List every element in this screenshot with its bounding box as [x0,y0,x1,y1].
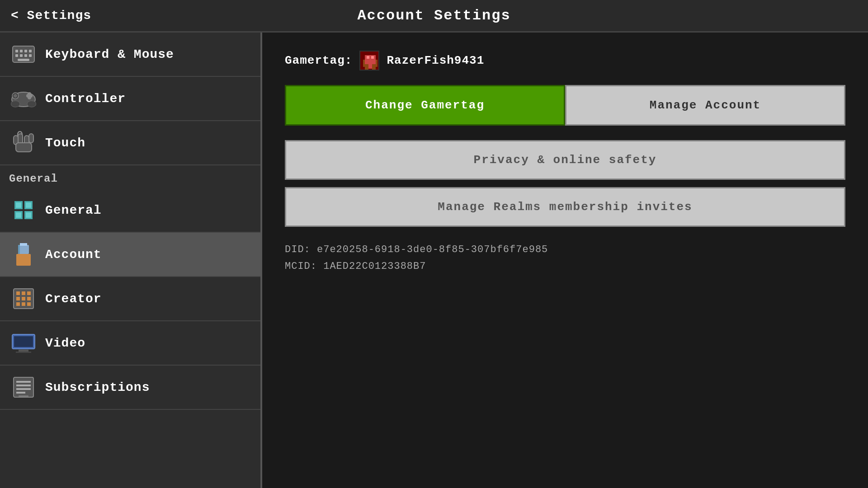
svg-rect-68 [368,64,372,69]
svg-rect-64 [367,56,369,59]
realms-membership-button[interactable]: Manage Realms membership invites [285,187,845,227]
video-label: Video [45,336,85,350]
svg-rect-5 [15,54,18,57]
svg-rect-34 [26,212,31,218]
svg-rect-65 [371,56,374,59]
general-section-label: General [0,165,260,188]
touch-label: Touch [45,136,85,150]
svg-rect-49 [27,302,31,306]
svg-rect-2 [20,50,23,52]
svg-rect-9 [18,59,29,61]
svg-rect-48 [22,302,25,306]
sidebar-item-controller[interactable]: Controller [0,77,260,121]
manage-account-button[interactable]: Manage Account [565,85,845,126]
general-label: General [45,203,102,217]
sidebar-item-general[interactable]: General [0,188,260,233]
svg-rect-43 [27,291,31,295]
svg-rect-63 [365,55,376,64]
svg-rect-32 [26,202,31,208]
svg-rect-44 [16,297,20,300]
video-icon [11,330,36,356]
svg-rect-14 [14,94,16,98]
svg-rect-61 [19,395,28,397]
svg-rect-55 [16,381,31,383]
svg-point-18 [28,96,31,99]
svg-rect-42 [22,291,25,295]
svg-rect-39 [20,243,27,246]
gamertag-label: Gamertag: [285,54,352,67]
svg-rect-52 [19,350,28,352]
sidebar-item-account[interactable]: Account [0,233,260,277]
creator-label: Creator [45,292,102,306]
keyboard-mouse-icon [11,42,36,67]
svg-rect-70 [376,60,377,67]
svg-rect-1 [15,50,18,52]
header: < Settings Account Settings [0,0,868,33]
keyboard-mouse-label: Keyboard & Mouse [45,47,174,61]
svg-rect-69 [363,60,365,67]
svg-rect-67 [372,64,376,70]
account-icon [11,242,36,267]
general-icon [11,197,36,223]
svg-rect-38 [18,245,20,254]
back-label: < Settings [11,9,91,23]
creator-icon [11,286,36,311]
svg-point-17 [28,92,31,96]
svg-rect-23 [29,134,33,143]
right-panel: Gamertag: RazerFish9431 Change Gamertag [262,33,868,488]
svg-rect-54 [14,377,33,397]
svg-rect-4 [29,50,32,52]
svg-rect-6 [20,54,23,57]
controller-icon [11,86,36,111]
svg-rect-66 [365,64,368,70]
page-title: Account Settings [357,7,510,24]
account-info: DID: e7e20258-6918-3de0-8f85-307bf6f7e98… [285,241,845,275]
svg-rect-41 [16,291,20,295]
svg-point-20 [27,101,36,107]
action-buttons-row: Change Gamertag Manage Account [285,85,845,126]
sidebar-item-subscriptions[interactable]: Subscriptions [0,366,260,410]
svg-rect-60 [21,394,26,395]
gamertag-row: Gamertag: RazerFish9431 [285,51,845,70]
svg-rect-26 [16,143,32,152]
subscriptions-label: Subscriptions [45,380,150,394]
svg-rect-56 [16,385,31,386]
svg-point-19 [11,101,20,107]
svg-rect-57 [16,388,31,390]
svg-rect-58 [16,392,25,394]
subscriptions-icon [11,375,36,400]
svg-rect-3 [24,50,27,52]
back-button[interactable]: < Settings [11,9,91,23]
gamertag-name: RazerFish9431 [387,54,484,67]
sidebar-item-touch[interactable]: Touch [0,121,260,165]
main-content: Keyboard & Mouse Controller [0,33,868,488]
touch-icon [11,130,36,155]
mcid-label: MCID: 1AED22C0123388B7 [285,258,845,275]
svg-rect-7 [24,54,27,57]
sidebar-item-keyboard-mouse[interactable]: Keyboard & Mouse [0,33,260,77]
svg-rect-51 [14,336,33,347]
sidebar-item-creator[interactable]: Creator [0,277,260,321]
account-label: Account [45,248,102,262]
svg-rect-45 [22,297,25,300]
svg-rect-33 [16,212,21,218]
svg-rect-31 [16,202,21,208]
gamertag-avatar [359,51,379,70]
svg-rect-37 [16,254,31,266]
did-label: DID: e7e20258-6918-3de0-8f85-307bf6f7e98… [285,241,845,258]
svg-rect-53 [16,352,31,353]
controller-label: Controller [45,92,126,106]
sidebar-item-video[interactable]: Video [0,321,260,366]
sidebar: Keyboard & Mouse Controller [0,33,262,488]
svg-rect-46 [27,297,31,300]
svg-rect-47 [16,302,20,306]
svg-rect-8 [29,54,32,57]
privacy-safety-button[interactable]: Privacy & online safety [285,140,845,180]
change-gamertag-button[interactable]: Change Gamertag [285,85,565,126]
